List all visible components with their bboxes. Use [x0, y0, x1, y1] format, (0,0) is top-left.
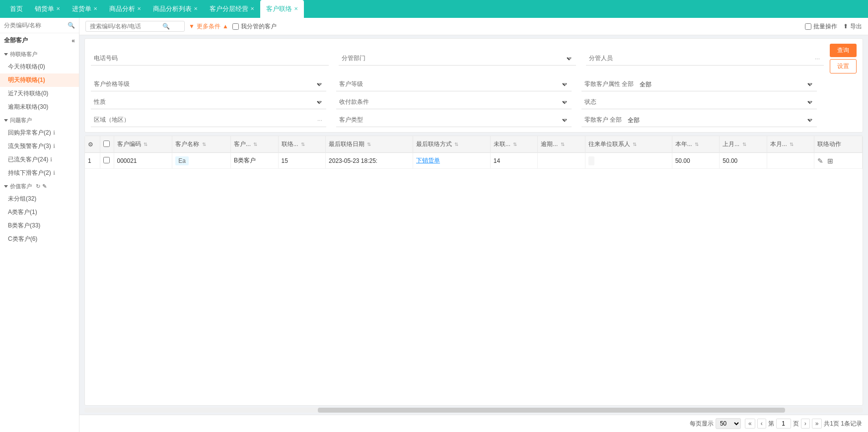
last-page-button[interactable]: » [812, 419, 822, 429]
sidebar-item-declining[interactable]: 持续下滑客户(2) ℹ [0, 166, 79, 180]
next-page-button[interactable]: › [801, 419, 810, 429]
chevron-down-icon: ▼ [567, 56, 572, 61]
filter-dept-select[interactable] [375, 55, 574, 63]
my-customers-checkbox[interactable]: 我分管的客户 [232, 22, 277, 31]
col-name[interactable]: 客户名称 ⇅ [172, 136, 231, 153]
filter-manager-label: 分管人员 [589, 54, 619, 63]
col-type[interactable]: 客户... ⇅ [230, 136, 278, 153]
col-this-month[interactable]: 本月... ⇅ [767, 136, 814, 153]
sidebar-search-input[interactable] [4, 22, 66, 29]
close-icon[interactable]: ✕ [250, 0, 254, 18]
chevron-down-icon: ▼ [808, 117, 813, 123]
filter-retail-customer-select[interactable]: 全部 [626, 116, 814, 124]
filter-customer-level-label: 客户等级 [339, 80, 369, 88]
close-icon[interactable]: ✕ [194, 0, 198, 18]
filter-customer-type-select[interactable] [373, 116, 569, 124]
filter-manager: 分管人员 ··· [586, 52, 824, 66]
toolbar: 🔍 ▼ 更多条件 ▲ 我分管的客户 批量操作 ⬆ 导出 [79, 18, 868, 35]
export-button[interactable]: ⬆ 导出 [843, 22, 862, 31]
nav-customer-tier[interactable]: 客户分层经营 ✕ [204, 0, 260, 18]
nav-home[interactable]: 首页 [4, 0, 29, 18]
last-contact-method-link[interactable]: 下销货单 [416, 157, 440, 164]
filter-row-3: 性质 ▼ 收付款条件 ▼ 状态 ▼ [91, 95, 857, 109]
sidebar-item-overdue[interactable]: 逾期未联络(30) [0, 100, 79, 114]
sort-icon: ⇅ [742, 142, 746, 147]
more-dots-icon[interactable]: ··· [317, 117, 322, 124]
nav-product-analysis-list[interactable]: 商品分析列表 ✕ [147, 0, 204, 18]
sidebar-item-b-class[interactable]: B类客户(33) [0, 219, 79, 232]
sidebar-item-churn-warning[interactable]: 流失预警客户(3) ℹ [0, 140, 79, 153]
sidebar-all-customers[interactable]: 全部客户 « [0, 33, 79, 48]
row-last-month: 50.00 [720, 153, 767, 169]
chevron-down-icon: ▼ [808, 99, 813, 105]
more-dots-icon[interactable]: ··· [815, 55, 820, 62]
filter-nature-select[interactable] [128, 98, 323, 106]
sidebar-item-churned[interactable]: 已流失客户(24) ℹ [0, 153, 79, 166]
my-customers-check[interactable] [232, 23, 239, 30]
customer-name-badge: Ea [175, 156, 189, 165]
action-edit-icon[interactable]: ✎ [817, 157, 823, 165]
row-this-year: 50.00 [672, 153, 720, 169]
sidebar-item-tomorrow[interactable]: 明天待联络(1) [0, 73, 79, 87]
close-icon[interactable]: ✕ [93, 0, 97, 18]
sidebar-item-7days[interactable]: 近7天待联络(0) [0, 87, 79, 100]
col-last-contact-method[interactable]: 最后联络方式 ⇅ [413, 136, 491, 153]
sidebar-item-today[interactable]: 今天待联络(0) [0, 60, 79, 73]
edit-icon[interactable]: ✎ [42, 183, 47, 190]
filter-payment-label: 收付款条件 [339, 98, 369, 106]
refresh-icon[interactable]: ↻ [36, 183, 40, 190]
nav-customer-contact[interactable]: 客户联络 ✕ [260, 0, 304, 18]
col-this-year[interactable]: 本年... ⇅ [672, 136, 720, 153]
first-page-button[interactable]: « [745, 419, 755, 429]
filter-manager-input[interactable] [623, 55, 821, 62]
query-button[interactable]: 查询 [830, 44, 857, 57]
sidebar-item-c-class[interactable]: C类客户(6) [0, 232, 79, 246]
filter-row-2: 客户价格等级 ▼ 客户等级 ▼ 零散客户属性 全部 全部 ▼ [91, 77, 857, 91]
row-this-month [767, 153, 814, 169]
filter-region-input[interactable] [134, 117, 323, 124]
nav-purchase-order[interactable]: 进货单 ✕ [66, 0, 103, 18]
action-more-icon[interactable]: ⊞ [827, 157, 833, 165]
col-last-contact-date[interactable]: 最后联络日期 ⇅ [326, 136, 413, 153]
filter-payment-select[interactable] [373, 98, 569, 106]
filter-row-4: 区域（地区） ··· 客户类型 ▼ 零散客户 全部 全部 ▼ [91, 113, 857, 127]
search-input[interactable] [90, 23, 159, 30]
filter-status-select[interactable] [618, 98, 814, 106]
search-icon: 🔍 [68, 22, 75, 29]
batch-check[interactable] [805, 23, 811, 30]
horizontal-scrollbar[interactable] [84, 408, 863, 413]
filter-customer-level-select[interactable] [373, 80, 569, 88]
col-contact-count[interactable]: 联络... ⇅ [278, 136, 326, 153]
prev-page-button[interactable]: ‹ [757, 419, 766, 429]
col-overdue[interactable]: 逾期... ⇅ [538, 136, 585, 153]
triangle-down-icon [4, 185, 8, 188]
close-icon[interactable]: ✕ [294, 0, 298, 18]
search-icon[interactable]: 🔍 [162, 23, 170, 30]
sort-icon: ⇅ [367, 142, 371, 147]
filter-retail-attr-select[interactable]: 全部 [638, 80, 814, 88]
row-select-checkbox[interactable] [103, 157, 110, 163]
close-icon[interactable]: ✕ [56, 0, 60, 18]
nav-sales-order[interactable]: 销货单 ✕ [29, 0, 66, 18]
col-code[interactable]: 客户编码 ⇅ [114, 136, 172, 153]
filter-price-select[interactable] [134, 80, 323, 88]
per-page-select[interactable]: 50 100 200 [716, 418, 741, 429]
select-all-checkbox[interactable] [103, 141, 110, 147]
sidebar-item-a-class[interactable]: A类客户(1) [0, 206, 79, 219]
filter-phone-input[interactable] [128, 55, 326, 62]
sidebar-item-ungrouped[interactable]: 未分组(32) [0, 192, 79, 206]
page-number-input[interactable] [776, 419, 791, 429]
scrollbar-thumb[interactable] [318, 408, 785, 413]
sort-icon: ⇅ [790, 142, 794, 147]
col-no-contact[interactable]: 未联... ⇅ [490, 136, 538, 153]
col-unit-contact[interactable]: 往来单位联系人 ⇅ [585, 136, 672, 153]
more-filters-button[interactable]: ▼ 更多条件 ▲ [189, 22, 228, 31]
settings-button[interactable]: 设置 [830, 59, 857, 73]
col-last-month[interactable]: 上月... ⇅ [720, 136, 767, 153]
sidebar-item-repurchase-anomaly[interactable]: 回购异常客户(2) ℹ [0, 126, 79, 140]
batch-operation-button[interactable]: 批量操作 [805, 22, 837, 31]
close-icon[interactable]: ✕ [137, 0, 141, 18]
nav-product-analysis[interactable]: 商品分析 ✕ [103, 0, 147, 18]
gear-icon[interactable]: ⚙ [88, 141, 93, 148]
filter-status-label: 状态 [584, 98, 614, 106]
